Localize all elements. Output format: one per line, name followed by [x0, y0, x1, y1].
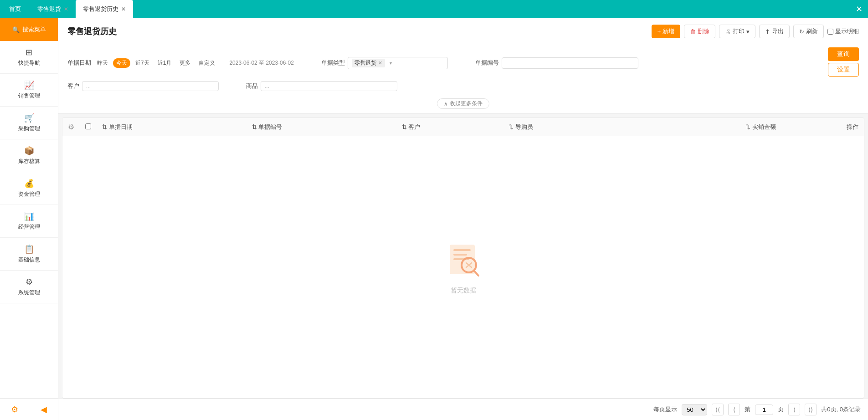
print-dropdown-arrow: ▾	[746, 28, 750, 35]
delete-button[interactable]: 🗑 删除	[684, 25, 715, 38]
collapse-button[interactable]: ∧ 收起更多条件	[437, 98, 489, 109]
customer-filter: 客户 ...	[67, 81, 219, 91]
sidebar-item-purchase-mgmt[interactable]: 🛒 采购管理	[0, 107, 58, 139]
date-opt-7days[interactable]: 近7天	[132, 58, 153, 68]
date-filter-label: 单据日期	[67, 59, 91, 67]
main-layout: 🔍 搜索菜单 ⊞ 快捷导航 📈 销售管理 🛒 采购管理 📦 库存核算 💰	[0, 18, 868, 420]
last-page-button[interactable]: ⟩⟩	[805, 404, 817, 415]
doc-no-input[interactable]	[502, 57, 638, 69]
tab-list: 首页 零售退货 ✕ 零售退货历史 ✕	[0, 0, 850, 18]
empty-state-illustration	[441, 240, 486, 281]
refresh-icon: ↻	[799, 28, 804, 35]
tab-home[interactable]: 首页	[0, 0, 30, 18]
quick-nav-icon: ⊞	[26, 47, 32, 57]
sidebar-item-system[interactable]: ⚙ 系统管理	[0, 271, 58, 303]
page-suffix: 页	[778, 405, 784, 414]
doc-type-tag-remove[interactable]: ✕	[378, 60, 382, 66]
export-icon: ⬆	[765, 28, 770, 35]
page-title: 零售退货历史	[67, 26, 117, 37]
th-amount: ⇅ 实销金额	[632, 118, 781, 136]
collapse-bar: ∧ 收起更多条件	[67, 96, 859, 113]
sidebar-item-operations[interactable]: 📊 经营管理	[0, 205, 58, 238]
next-page-button[interactable]: ⟩	[788, 404, 800, 415]
inventory-icon: 📦	[24, 146, 34, 156]
finance-icon: 💰	[24, 179, 34, 189]
customer-placeholder: ...	[86, 83, 91, 89]
show-detail-checkbox-group: 显示明细	[827, 27, 859, 36]
tab-retail-return-history[interactable]: 零售退货历史 ✕	[76, 0, 133, 18]
new-button[interactable]: + 新增	[652, 25, 680, 38]
page-number-input[interactable]	[755, 405, 773, 415]
print-button[interactable]: 🖨 打印 ▾	[719, 25, 755, 38]
operations-icon: 📊	[24, 211, 34, 221]
sidebar-item-finance[interactable]: 💰 资金管理	[0, 172, 58, 205]
select-all-checkbox[interactable]	[85, 123, 91, 129]
date-opt-yesterday[interactable]: 昨天	[94, 58, 111, 68]
svg-rect-1	[453, 249, 471, 251]
th-checkbox	[80, 118, 97, 136]
tab-retail-return[interactable]: 零售退货 ✕	[30, 0, 76, 18]
table-settings-icon[interactable]: ⚙	[68, 123, 74, 131]
sidebar-search[interactable]: 🔍 搜索菜单	[0, 18, 58, 41]
base-info-icon: 📋	[24, 244, 34, 254]
doc-type-label: 单据类型	[321, 59, 345, 67]
show-detail-checkbox[interactable]	[827, 29, 833, 35]
table-header-row: ⚙ ⇅ 单据日期 ⇅ 单据编号	[62, 118, 864, 136]
purchase-icon: 🛒	[24, 113, 34, 123]
collapse-icon: ∧	[444, 101, 448, 107]
system-icon: ⚙	[26, 277, 33, 287]
date-options-group: 昨天 今天 近7天 近1月 更多 自定义	[94, 58, 218, 68]
per-page-select[interactable]: 50 100 200	[682, 404, 707, 415]
per-page-label: 每页显示	[653, 405, 677, 414]
query-button[interactable]: 查询	[828, 47, 859, 61]
sidebar-item-inventory[interactable]: 📦 库存核算	[0, 139, 58, 172]
goods-filter: 商品 ...	[246, 81, 397, 91]
th-guide: ⇅ 导购员	[503, 118, 632, 136]
goods-label: 商品	[246, 82, 258, 90]
doc-no-filter: 单据编号	[475, 57, 638, 69]
th-date: ⇅ 单据日期	[97, 118, 247, 136]
filter-section: 单据日期 昨天 今天 近7天 近1月 更多 自定义 2023-06-02 至 2…	[67, 44, 859, 113]
empty-text: 暂无数据	[451, 287, 476, 295]
doc-type-input[interactable]: 零售退货 ✕ ▾	[348, 57, 448, 69]
refresh-button[interactable]: ↻ 刷新	[793, 25, 824, 38]
sidebar-item-base-info[interactable]: 📋 基础信息	[0, 238, 58, 271]
search-icon: 🔍	[12, 26, 20, 33]
goods-placeholder: ...	[265, 83, 269, 89]
th-action: 操作	[781, 118, 864, 136]
date-opt-custom[interactable]: 自定义	[195, 58, 218, 68]
goods-input[interactable]: ...	[261, 81, 397, 91]
query-set-group: 查询 设置	[828, 47, 859, 77]
th-customer: ⇅ 客户	[396, 118, 503, 136]
date-opt-today[interactable]: 今天	[113, 58, 130, 68]
date-opt-1month[interactable]: 近1月	[154, 58, 175, 68]
close-tab-retail-return[interactable]: ✕	[64, 6, 68, 12]
doc-no-label: 单据编号	[475, 59, 499, 67]
close-tab-retail-return-history[interactable]: ✕	[121, 6, 126, 12]
customer-label: 客户	[67, 82, 79, 90]
settings-bottom-icon[interactable]: ⚙	[11, 405, 18, 415]
date-opt-more[interactable]: 更多	[176, 58, 194, 68]
th-settings: ⚙	[62, 118, 80, 136]
filter-row-1: 单据日期 昨天 今天 近7天 近1月 更多 自定义 2023-06-02 至 2…	[67, 49, 859, 77]
collapse-sidebar-icon[interactable]: ◀	[41, 405, 47, 415]
close-window-button[interactable]: ✕	[850, 0, 868, 18]
sidebar-item-quick-nav[interactable]: ⊞ 快捷导航	[0, 41, 58, 74]
top-bar: 首页 零售退货 ✕ 零售退货历史 ✕ ✕	[0, 0, 868, 18]
content-area: 零售退货历史 + 新增 🗑 删除 🖨 打印 ▾ ⬆ 导出	[58, 18, 868, 420]
empty-state: 暂无数据	[62, 136, 864, 398]
set-button[interactable]: 设置	[828, 63, 859, 77]
filter-row-2: 客户 ... 商品 ...	[67, 81, 859, 91]
sidebar: 🔍 搜索菜单 ⊞ 快捷导航 📈 销售管理 🛒 采购管理 📦 库存核算 💰	[0, 18, 58, 420]
doc-type-tag: 零售退货 ✕	[352, 59, 385, 67]
page-actions: + 新增 🗑 删除 🖨 打印 ▾ ⬆ 导出 ↻	[652, 25, 859, 38]
doc-type-filter: 单据类型 零售退货 ✕ ▾	[321, 57, 448, 69]
customer-input[interactable]: ...	[82, 81, 219, 91]
sales-icon: 📈	[24, 80, 34, 90]
prev-page-button[interactable]: ⟨	[728, 404, 740, 415]
first-page-button[interactable]: ⟨⟨	[712, 404, 724, 415]
sidebar-nav: ⊞ 快捷导航 📈 销售管理 🛒 采购管理 📦 库存核算 💰 资金管理 📊	[0, 41, 58, 398]
sidebar-item-sales-mgmt[interactable]: 📈 销售管理	[0, 74, 58, 107]
export-button[interactable]: ⬆ 导出	[759, 25, 790, 38]
sidebar-bottom: ⚙ ◀	[0, 398, 58, 420]
